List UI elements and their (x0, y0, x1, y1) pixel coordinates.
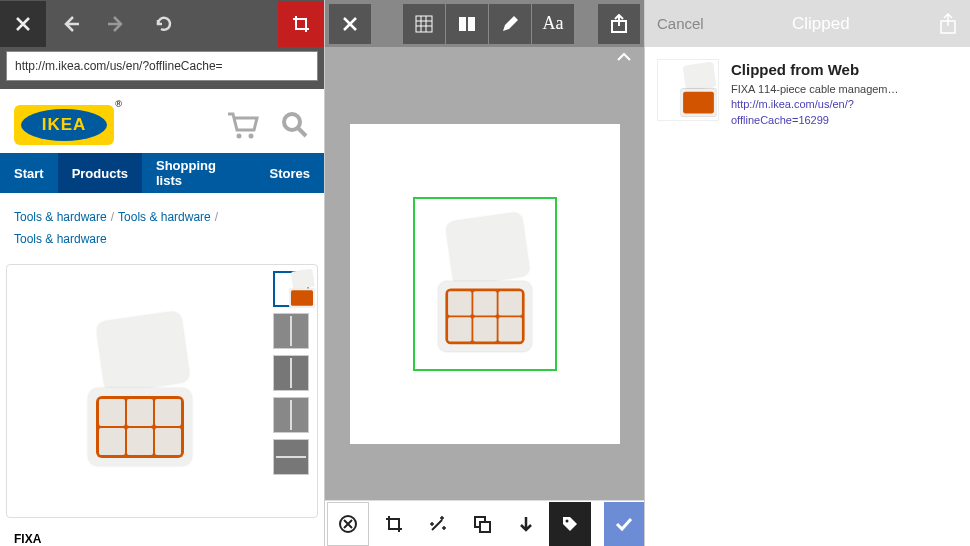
svg-rect-9 (480, 522, 490, 532)
product-main-image[interactable] (13, 271, 267, 511)
breadcrumb-link[interactable]: Tools & hardware (14, 232, 107, 246)
selection-box[interactable] (413, 197, 557, 371)
clipped-header: Cancel Clipped (645, 0, 970, 47)
nav-shopping-lists[interactable]: Shopping lists (142, 153, 256, 193)
cancel-button[interactable]: Cancel (657, 15, 704, 32)
reload-button[interactable] (141, 1, 187, 47)
svg-rect-5 (468, 17, 475, 31)
confirm-button[interactable] (604, 502, 644, 546)
search-icon[interactable] (280, 110, 310, 140)
clip-heading: Clipped from Web (731, 59, 899, 80)
grid-icon[interactable] (403, 4, 445, 44)
product-gallery (6, 264, 318, 518)
svg-point-2 (284, 114, 300, 130)
nav-stores[interactable]: Stores (256, 153, 324, 193)
clipped-item[interactable]: Clipped from Web FIXA 114-piece cable ma… (645, 47, 970, 140)
crop-button[interactable] (278, 1, 324, 47)
thumbnail[interactable] (273, 439, 309, 475)
ikea-logo-text: IKEA (21, 109, 107, 141)
registered-mark: ® (115, 99, 122, 109)
text-icon[interactable]: Aa (532, 4, 574, 44)
close-button[interactable] (329, 4, 371, 44)
thumbnail[interactable] (273, 355, 309, 391)
header-title: Clipped (704, 14, 938, 34)
ikea-logo[interactable]: IKEA ® (14, 105, 114, 145)
nav-start[interactable]: Start (0, 153, 58, 193)
share-icon[interactable] (938, 13, 958, 35)
thumbnail[interactable] (273, 271, 309, 307)
editor-bottom-toolbar (325, 500, 644, 546)
editor-panel: Aa (325, 0, 645, 546)
url-input[interactable] (6, 51, 318, 81)
editor-subbar (325, 47, 644, 67)
pencil-icon[interactable] (489, 4, 531, 44)
thumbnail[interactable] (273, 397, 309, 433)
svg-rect-3 (416, 16, 432, 32)
clip-url[interactable]: http://m.ikea.com/us/en/?offlineCache=16… (731, 97, 899, 128)
forward-button[interactable] (94, 1, 140, 47)
browser-panel: IKEA ® Start Products Shopping lists Sto… (0, 0, 325, 546)
site-header: IKEA ® (0, 89, 324, 153)
browser-toolbar (0, 0, 324, 47)
product-name: FIXA (0, 518, 324, 546)
tag-icon[interactable] (549, 502, 591, 546)
editor-canvas[interactable] (325, 67, 644, 500)
url-bar (0, 47, 324, 89)
split-icon[interactable] (446, 4, 488, 44)
back-button[interactable] (47, 1, 93, 47)
chevron-up-icon[interactable] (616, 52, 632, 62)
svg-point-1 (249, 134, 254, 139)
svg-rect-4 (459, 17, 466, 31)
clip-info: Clipped from Web FIXA 114-piece cable ma… (731, 59, 899, 128)
clipped-panel: Cancel Clipped Clipped from Web FIXA 114… (645, 0, 970, 546)
cancel-icon[interactable] (327, 502, 369, 546)
share-icon[interactable] (598, 4, 640, 44)
breadcrumb-link[interactable]: Tools & hardware (14, 210, 107, 224)
breadcrumb-link[interactable]: Tools & hardware (118, 210, 211, 224)
cart-icon[interactable] (226, 110, 260, 140)
clip-thumbnail (657, 59, 719, 121)
overlap-icon[interactable] (461, 502, 503, 546)
close-button[interactable] (0, 1, 46, 47)
editor-page (350, 124, 620, 444)
thumbnail-list (273, 271, 311, 511)
thumbnail[interactable] (273, 313, 309, 349)
svg-point-0 (237, 134, 242, 139)
breadcrumb: Tools & hardware/Tools & hardware/ Tools… (0, 193, 324, 258)
editor-toolbar: Aa (325, 0, 644, 47)
svg-point-10 (566, 519, 569, 522)
wand-icon[interactable] (417, 502, 459, 546)
nav-products[interactable]: Products (58, 153, 142, 193)
crop-icon[interactable] (373, 502, 415, 546)
arrow-down-icon[interactable] (505, 502, 547, 546)
clip-subtitle: FIXA 114-piece cable managem… (731, 82, 899, 97)
main-nav: Start Products Shopping lists Stores (0, 153, 324, 193)
